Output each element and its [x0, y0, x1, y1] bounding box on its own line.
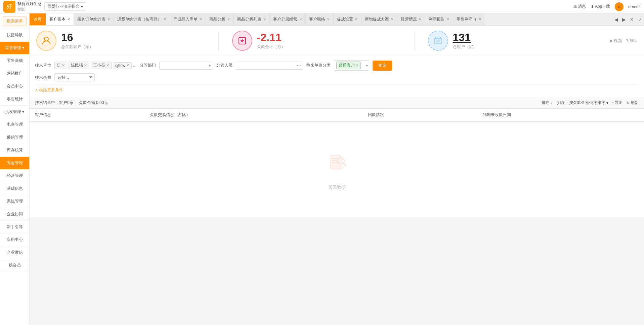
balance-select[interactable]: 选择... [54, 73, 95, 81]
filter-area: 往来单位 伍 ✕ 陈民强 ✕ 王小亮 ✕ [30, 56, 644, 97]
tab-customer-tier[interactable]: 客户分层经营 ✕ [270, 13, 306, 26]
sidebar-item-app-center[interactable]: 应用中心 [0, 233, 29, 246]
sidebar-item-purchase-mgmt[interactable]: 采购管理 [0, 131, 29, 144]
person-input[interactable] [236, 62, 303, 70]
close-icon[interactable]: ✕ [263, 17, 266, 22]
dept-select-wrapper: ▾ [159, 62, 213, 70]
tag-remove-icon[interactable]: ✕ [356, 64, 358, 67]
collapse-bar: ∧ 收起更多条件 [35, 84, 639, 93]
svg-point-1 [44, 38, 45, 39]
messages-btn[interactable]: ✉ 消息 [573, 4, 586, 9]
sidebar-item-label: 企业协同 [7, 212, 23, 216]
col-payment-status: 回款情况 [362, 109, 477, 121]
sidebar-item-inventory[interactable]: 库存核算 [0, 144, 29, 157]
tab-product-stock-in[interactable]: 产成品入库单 ✕ [170, 13, 206, 26]
sidebar-item-label: 电商管理 [7, 122, 23, 127]
search-menu-button[interactable]: 搜索菜单 [3, 16, 27, 26]
sidebar-item-label: 资金管理 [7, 160, 23, 165]
tabs-expand-icon[interactable]: ⤢ [636, 17, 644, 22]
more-tags-btn[interactable]: ... [133, 63, 136, 68]
tab-new-achievement-plan[interactable]: 新增提成方案 ✕ [361, 13, 397, 26]
tab-customer-contact[interactable]: 客户联络 ✕ [306, 13, 334, 26]
collapse-label: 收起更多条件 [39, 87, 63, 93]
tag-remove-icon[interactable]: ✕ [84, 63, 87, 68]
sidebar-item-wholesale-mgmt[interactable]: 批发管理 ▾ [0, 106, 29, 118]
tabs-close-all-icon[interactable]: ✕ [628, 17, 636, 22]
summary-right-controls: ▶ 视频 ? 帮助 [610, 31, 637, 51]
filter-tag-1[interactable]: 伍 ✕ [54, 62, 67, 69]
tab-reminder-settings[interactable]: 提成设置 ✕ [334, 13, 361, 26]
filter-tag-4[interactable]: cjttcw ✕ [113, 62, 132, 69]
refresh-btn[interactable]: ↻ 刷新 [626, 100, 639, 106]
tab-customer-account[interactable]: 客户账本 ✕ [46, 13, 74, 26]
sidebar-item-capital-mgmt[interactable]: 资金管理 [0, 157, 29, 170]
tab-operation-status[interactable]: 经营情况 ✕ [397, 13, 425, 26]
tab-stock-stats[interactable]: 进货单统计表（按商品） ✕ [114, 13, 170, 26]
help-label: 帮助 [629, 38, 637, 44]
tag-remove-icon[interactable]: ✕ [62, 63, 65, 68]
filter-tags: 伍 ✕ 陈民强 ✕ 王小亮 ✕ cjttcw ✕ [54, 62, 136, 69]
close-icon[interactable]: ✕ [478, 17, 481, 22]
sidebar-item-member-center[interactable]: 会员中心 [0, 80, 29, 93]
close-icon[interactable]: ✕ [107, 17, 110, 22]
close-icon[interactable]: ✕ [67, 17, 70, 22]
close-icon[interactable]: ✕ [355, 17, 358, 22]
svg-point-14 [340, 159, 341, 161]
empty-state-text: 暂无数据 [328, 184, 346, 190]
sort-select-btn[interactable]: 排序：按欠款金额倒序排序 ▾ [557, 100, 608, 106]
results-summary-text: 搜索结果中，客户0家 [35, 100, 74, 106]
sidebar-item-marketing[interactable]: 营销推广 [0, 67, 29, 80]
sidebar-item-quick-nav[interactable]: 快捷导航 [0, 29, 29, 42]
sidebar-item-newcomer[interactable]: 新手引导 [0, 221, 29, 233]
filter-tag-3[interactable]: 王小亮 ✕ [91, 62, 112, 69]
user-avatar[interactable]: d [615, 2, 624, 11]
help-btn[interactable]: ? 帮助 [626, 38, 637, 44]
close-icon[interactable]: ✕ [163, 17, 166, 22]
dept-input[interactable] [159, 62, 213, 70]
sidebar-item-basic-info[interactable]: 基础信息 [0, 182, 29, 195]
tabs-next-icon[interactable]: ▶ [620, 17, 628, 22]
close-icon[interactable]: ✕ [199, 17, 202, 22]
summary-card2-info: -2.11 欠款合计（万） [257, 32, 285, 50]
tab-retail-profit[interactable]: 零售利润（ ✕ [453, 13, 485, 26]
search-button[interactable]: 查询 [373, 61, 392, 71]
app-download-btn[interactable]: ⬇ App下载 [591, 4, 610, 9]
tab-product-analysis[interactable]: 商品分析 ✕ [206, 13, 234, 26]
close-icon[interactable]: ✕ [391, 17, 394, 22]
tabs-prev-icon[interactable]: ◀ [612, 17, 620, 22]
sidebar-item-label: 畅会员 [9, 263, 21, 267]
export-btn[interactable]: ↑ 导出 [612, 100, 623, 106]
sidebar-item-label: 经营管理 [7, 173, 23, 178]
tab-profit-report[interactable]: 利润报告 ✕ [425, 13, 453, 26]
close-icon[interactable]: ✕ [419, 17, 422, 22]
close-icon[interactable]: ✕ [299, 17, 302, 22]
main-layout: 搜索菜单 快捷导航 零售管理 ▾ 零售商城 营销推广 会员中心 零售统计 批发管… [0, 13, 644, 325]
tab-purchase-order-stats[interactable]: 采购订单统计表 ✕ [74, 13, 114, 26]
col-debt-info: 欠款交易信息（占比） [144, 109, 363, 121]
close-icon[interactable]: ✕ [446, 17, 449, 22]
tab-home[interactable]: 首页 [30, 13, 46, 26]
sidebar-item-enterprise-wechat[interactable]: 企业微信 [0, 246, 29, 259]
video-btn[interactable]: ▶ 视频 [610, 38, 622, 44]
sidebar-item-retail-stats[interactable]: 零售统计 [0, 93, 29, 106]
tag-text: 伍 [57, 63, 61, 68]
sidebar-item-vip-member[interactable]: 畅会员 [0, 259, 29, 272]
sidebar-item-ecommerce[interactable]: 电商管理 [0, 118, 29, 131]
sidebar-item-enterprise-coop[interactable]: 企业协同 [0, 208, 29, 221]
tab-product-analysis-list[interactable]: 商品分析列表 ✕ [234, 13, 270, 26]
sidebar-item-retail-mgmt[interactable]: 零售管理 ▾ [0, 42, 29, 55]
filter-tag-2[interactable]: 陈民强 ✕ [69, 62, 89, 69]
help-icon: ? [626, 38, 628, 43]
sidebar-item-label: 零售统计 [7, 97, 23, 101]
tag-remove-icon[interactable]: ✕ [106, 63, 109, 68]
sidebar-item-retail-mall[interactable]: 零售商城 [0, 55, 29, 67]
close-icon[interactable]: ✕ [227, 17, 230, 22]
collapse-button[interactable]: ∧ 收起更多条件 [35, 87, 639, 93]
close-icon[interactable]: ✕ [327, 17, 330, 22]
tag-remove-icon[interactable]: ✕ [126, 63, 129, 68]
sidebar-item-operations[interactable]: 经营管理 [0, 170, 29, 182]
sidebar-item-sys-mgmt[interactable]: 系统管理 [0, 195, 29, 208]
results-amount-text: 欠款金额 0.00元 [79, 100, 108, 106]
unit-type-tags[interactable]: 普通客户 ✕ ▾ [334, 60, 369, 71]
tenant-selector[interactable]: 母婴行业演示帐套 ▾ [44, 2, 86, 11]
